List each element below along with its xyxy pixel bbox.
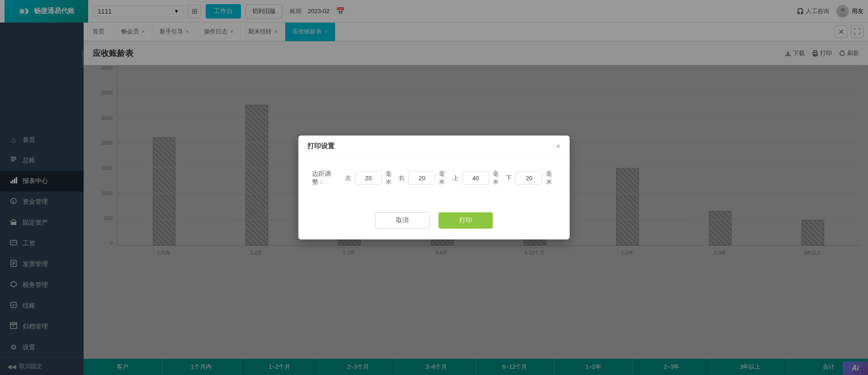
modal-footer: 取消 打印 [298,208,570,239]
left-unit: 毫米 [386,170,396,186]
margin-row: 边距调整： 左 毫米 右 毫米 上 毫米 下 毫米 [312,170,556,186]
print-confirm-button[interactable]: 打印 [439,212,493,229]
print-settings-modal: 打印设置 × 边距调整： 左 毫米 右 毫米 上 毫米 下 毫米 取消 打印 [298,136,570,239]
right-unit: 毫米 [439,170,449,186]
right-margin-input[interactable] [408,171,435,185]
modal-body: 边距调整： 左 毫米 右 毫米 上 毫米 下 毫米 [298,157,570,208]
cancel-button[interactable]: 取消 [375,212,429,229]
bottom-unit: 毫米 [546,170,556,186]
modal-header: 打印设置 × [298,136,570,157]
top-margin-input[interactable] [462,171,489,185]
top-direction-label: 上 [453,174,458,182]
left-margin-input[interactable] [355,171,382,185]
bottom-direction-label: 下 [506,174,512,182]
bottom-margin-input[interactable] [515,171,542,185]
left-direction-label: 左 [345,174,351,182]
margin-label: 边距调整： [312,170,338,186]
modal-overlay: 打印设置 × 边距调整： 左 毫米 右 毫米 上 毫米 下 毫米 取消 打印 [0,0,868,375]
modal-close-button[interactable]: × [556,142,561,150]
right-direction-label: 右 [399,174,405,182]
top-unit: 毫米 [493,170,503,186]
modal-title: 打印设置 [307,142,335,150]
